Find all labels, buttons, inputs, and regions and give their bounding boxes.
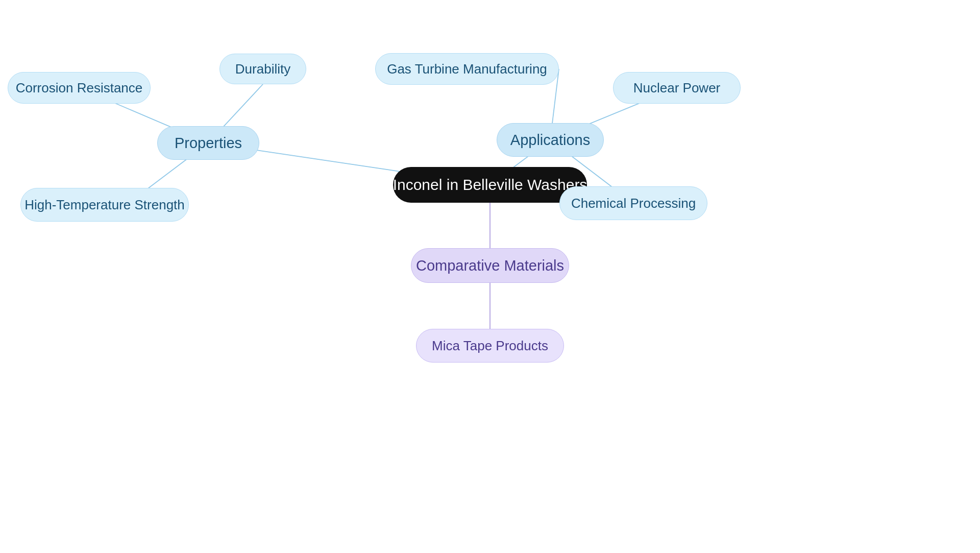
durability-node[interactable]: Durability	[219, 54, 306, 84]
center-node[interactable]: Inconel in Belleville Washers	[393, 167, 587, 203]
properties-node[interactable]: Properties	[157, 126, 259, 160]
nuclear-power-node[interactable]: Nuclear Power	[613, 72, 741, 104]
chemical-processing-node[interactable]: Chemical Processing	[559, 186, 707, 220]
high-temperature-strength-node[interactable]: High-Temperature Strength	[20, 188, 189, 222]
corrosion-resistance-node[interactable]: Corrosion Resistance	[8, 72, 151, 104]
mica-tape-products-node[interactable]: Mica Tape Products	[416, 329, 564, 363]
comparative-materials-node[interactable]: Comparative Materials	[411, 248, 569, 283]
gas-turbine-manufacturing-node[interactable]: Gas Turbine Manufacturing	[375, 53, 559, 85]
applications-node[interactable]: Applications	[497, 123, 604, 157]
